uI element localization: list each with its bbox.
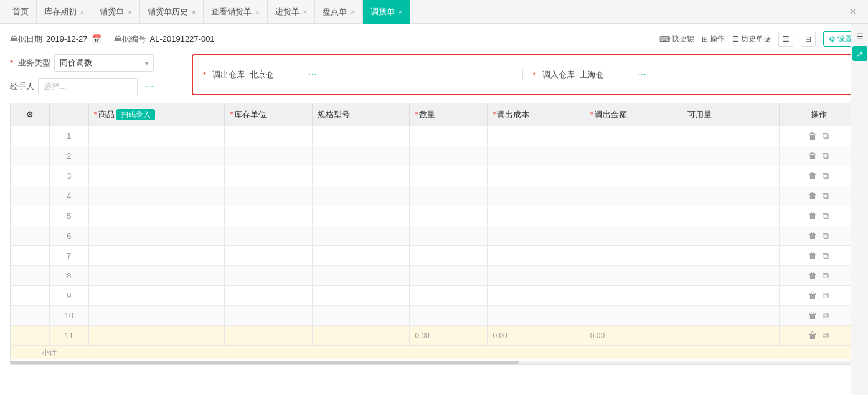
tab-inventory-init-close[interactable]: × [80, 8, 84, 16]
tab-bar: 首页 库存期初 × 销货单 × 销货单历史 × 查看销货单 × 进货单 × 盘点… [0, 0, 868, 24]
row-gear-1 [11, 126, 50, 146]
copy-icon-3[interactable]: ⧉ [821, 171, 831, 181]
col-header-op: 操作 [780, 103, 857, 126]
table-row: 6 🗑 ⧉ [11, 226, 857, 245]
tab-home[interactable]: 首页 [5, 0, 37, 24]
scan-entry-button[interactable]: 扫码录入 [116, 109, 155, 120]
tab-transfer-order-close[interactable]: × [399, 8, 402, 16]
sidebar-list-icon[interactable]: ☰ [852, 29, 867, 44]
transfer-out-value: 北京仓 [250, 69, 300, 80]
transfer-in-required: * [533, 70, 536, 80]
row-unit-2[interactable] [225, 146, 313, 166]
copy-icon-10[interactable]: ⧉ [821, 310, 831, 320]
tab-transfer-order[interactable]: 调拨单 × [363, 0, 410, 24]
history-button[interactable]: ☰ 历史单据 [732, 34, 771, 44]
table-row: 3 🗑 ⧉ [11, 166, 857, 186]
row-amount-2[interactable] [585, 146, 682, 166]
number-field: 单据编号 AL-20191227-001 [114, 34, 215, 45]
business-type-label: 业务类型 [18, 57, 50, 69]
gear-icon: ⚙ [26, 110, 34, 119]
row-avail-2 [682, 146, 780, 166]
settings-icon: ⚙ [829, 35, 836, 44]
handler-label: 经手人 [10, 81, 34, 92]
copy-icon-2[interactable]: ⧉ [821, 151, 831, 161]
row-cost-1[interactable] [488, 126, 585, 146]
tab-purchase-order-close[interactable]: × [303, 8, 307, 16]
tab-sales-history-close[interactable]: × [192, 8, 196, 16]
grid-view-button[interactable]: ⊟ [801, 32, 816, 47]
row-avail-1 [682, 126, 780, 146]
row-goods-2[interactable] [88, 146, 225, 166]
tab-inventory-check-label: 盘点单 [323, 6, 347, 17]
row-goods-1[interactable] [88, 126, 225, 146]
row-spec-1[interactable] [313, 126, 410, 146]
tab-inventory-check[interactable]: 盘点单 × [315, 0, 362, 24]
delete-icon-9[interactable]: 🗑 [806, 290, 819, 300]
row-gear-2 [11, 146, 50, 166]
col-header-cost: *调出成本 [488, 103, 585, 126]
transfer-in-more-button[interactable]: ··· [634, 69, 650, 80]
row-num-2: 2 [50, 146, 89, 166]
table-row: 4 🗑 ⧉ [11, 186, 857, 206]
horizontal-scrollbar[interactable] [11, 361, 857, 364]
row-qty-2[interactable] [410, 146, 488, 166]
copy-icon-5[interactable]: ⧉ [821, 211, 831, 221]
tab-sales-order-label: 销货单 [100, 6, 124, 17]
transfer-out-more-button[interactable]: ··· [304, 69, 320, 80]
delete-icon-2[interactable]: 🗑 [806, 151, 819, 161]
row-spec-2[interactable] [313, 146, 410, 166]
tab-inventory-check-close[interactable]: × [351, 8, 354, 16]
delete-icon-3[interactable]: 🗑 [806, 171, 819, 181]
copy-icon-6[interactable]: ⧉ [821, 231, 831, 240]
handler-more-button[interactable]: ··· [141, 81, 157, 92]
tab-home-label: 首页 [12, 6, 29, 17]
shortcuts-button[interactable]: ⌨ 快捷键 [659, 34, 694, 44]
subtotal-label: 小计 [42, 348, 57, 358]
copy-icon-1[interactable]: ⧉ [821, 131, 831, 141]
tab-view-sales-close[interactable]: × [255, 8, 259, 16]
delete-icon-4[interactable]: 🗑 [806, 191, 819, 201]
transfer-out-required: * [203, 70, 206, 80]
business-type-required: * [10, 59, 13, 68]
col-header-amount: *调出金额 [585, 103, 682, 126]
handler-dropdown[interactable]: 选择... [38, 78, 138, 95]
tab-inventory-init[interactable]: 库存期初 × [37, 0, 92, 24]
table-header-row: ⚙ *商品 扫码录入 *库存单位 规格型号 *数量 *调出成本 [11, 103, 857, 126]
subtotal-row: 11 0.00 0.00 0.00 🗑 [11, 325, 857, 345]
row-unit-1[interactable] [225, 126, 313, 146]
copy-icon-11[interactable]: ⧉ [821, 330, 831, 340]
calendar-icon[interactable]: 📅 [92, 34, 101, 44]
delete-icon-7[interactable]: 🗑 [806, 250, 819, 260]
delete-icon-5[interactable]: 🗑 [806, 211, 819, 221]
tab-sales-history[interactable]: 销货单历史 × [140, 0, 204, 24]
col-header-goods: *商品 扫码录入 [88, 103, 225, 126]
transfer-in-section: * 调入仓库 上海仓 ··· [522, 69, 847, 80]
col-header-avail: 可用量 [682, 103, 780, 126]
row-qty-1[interactable] [410, 126, 488, 146]
sidebar-share-icon[interactable]: ↗ [852, 46, 867, 61]
copy-icon-8[interactable]: ⧉ [821, 270, 831, 280]
list-view-button[interactable]: ☰ [778, 32, 793, 47]
tab-sales-order-close[interactable]: × [128, 8, 131, 16]
row-op-1: 🗑 ⧉ [780, 126, 857, 146]
copy-icon-9[interactable]: ⧉ [821, 290, 831, 300]
delete-icon-11[interactable]: 🗑 [806, 330, 819, 340]
tab-sales-order[interactable]: 销货单 × [92, 0, 139, 24]
delete-icon-10[interactable]: 🗑 [806, 310, 819, 320]
operations-button[interactable]: ⊞ 操作 [702, 34, 725, 44]
tab-purchase-order[interactable]: 进货单 × [268, 0, 315, 24]
col-header-num [50, 103, 89, 126]
delete-icon-1[interactable]: 🗑 [806, 131, 819, 141]
copy-icon-4[interactable]: ⧉ [821, 191, 831, 201]
delete-icon-6[interactable]: 🗑 [806, 231, 819, 240]
tab-view-sales[interactable]: 查看销货单 × [204, 0, 267, 24]
delete-icon-8[interactable]: 🗑 [806, 270, 819, 280]
scrollbar-thumb[interactable] [11, 361, 519, 364]
business-type-dropdown[interactable]: 同价调拨 ▾ [54, 54, 154, 72]
row-amount-1[interactable] [585, 126, 682, 146]
window-close-button[interactable]: × [843, 2, 863, 22]
copy-icon-7[interactable]: ⧉ [821, 250, 831, 260]
table-row: 9 🗑 ⧉ [11, 285, 857, 305]
col-header-gear[interactable]: ⚙ [11, 103, 50, 126]
row-cost-2[interactable] [488, 146, 585, 166]
